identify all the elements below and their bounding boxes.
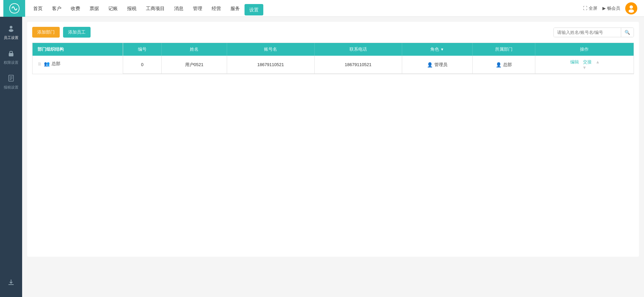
nav-home[interactable]: 首页 <box>29 0 47 17</box>
cell-account: 18679110521 <box>227 56 314 74</box>
fullscreen-label: 全屏 <box>589 5 597 11</box>
handover-link[interactable]: 交接 <box>583 59 592 64</box>
member-btn[interactable]: ▶ 畅会员 <box>602 5 620 11</box>
svg-rect-4 <box>9 53 13 56</box>
col-action: 操作 <box>535 43 634 56</box>
sidebar-download[interactable] <box>0 274 22 294</box>
download-icon <box>7 279 15 288</box>
top-nav: 首页 客户 收费 票据 记账 报税 工商项目 消息 管理 经营 服务 设置 ⛶ … <box>0 0 644 17</box>
search-box: 🔍 <box>553 28 634 37</box>
sidebar-employee-label: 员工设置 <box>4 35 18 40</box>
sidebar-item-tax[interactable]: 报税设置 <box>0 70 22 95</box>
nav-bookkeeping[interactable]: 记账 <box>104 0 122 17</box>
nav-manage[interactable]: 管理 <box>188 0 207 17</box>
table-panel: 编号 姓名 账号名 联系电话 角色 ▼ 所属部门 操作 <box>123 43 634 74</box>
main-content: 添加部门 添加员工 🔍 部门组织结构 🗎 👥 <box>22 17 644 297</box>
sidebar: 员工设置 权限设置 报税设置 <box>0 17 22 297</box>
tree-item-headquarters[interactable]: 🗎 👥 总部 <box>36 59 119 68</box>
report-icon <box>8 75 14 84</box>
member-label: 畅会员 <box>607 5 620 11</box>
search-input[interactable] <box>554 28 621 37</box>
col-name: 姓名 <box>162 43 227 56</box>
employee-table: 编号 姓名 账号名 联系电话 角色 ▼ 所属部门 操作 <box>123 43 634 74</box>
fullscreen-icon: ⛶ <box>583 6 587 11</box>
role-label: 角色 <box>430 47 439 52</box>
dept-value: 总部 <box>503 62 512 68</box>
cell-name: 用户0521 <box>162 56 227 74</box>
svg-point-3 <box>9 29 13 32</box>
nav-ticket[interactable]: 票据 <box>85 0 104 17</box>
col-role[interactable]: 角色 ▼ <box>402 43 473 56</box>
tree-panel: 部门组织结构 🗎 👥 总部 <box>33 43 123 74</box>
body-area: 部门组织结构 🗎 👥 总部 编号 <box>32 43 634 74</box>
svg-rect-9 <box>8 284 14 285</box>
nav-service[interactable]: 服务 <box>226 0 245 17</box>
nav-message[interactable]: 消息 <box>169 0 188 17</box>
tree-header: 部门组织结构 <box>33 43 123 56</box>
edit-link[interactable]: 编辑 <box>570 59 579 64</box>
add-emp-button[interactable]: 添加员工 <box>63 27 91 38</box>
member-icon: ▶ <box>602 6 606 11</box>
col-phone: 联系电话 <box>314 43 402 56</box>
lock-icon <box>8 50 14 59</box>
cell-actions: 编辑 交接 ▲▼ <box>535 56 634 74</box>
nav-settings[interactable]: 设置 <box>245 4 263 15</box>
filter-icon: ▼ <box>440 47 444 51</box>
sidebar-item-permission[interactable]: 权限设置 <box>0 45 22 70</box>
file-icon: 🗎 <box>38 61 42 66</box>
fullscreen-btn[interactable]: ⛶ 全屏 <box>583 5 597 11</box>
avatar[interactable] <box>625 2 637 14</box>
nav-tax[interactable]: 报税 <box>122 0 141 17</box>
toolbar: 添加部门 添加员工 🔍 <box>32 27 634 38</box>
tree-body: 🗎 👥 总部 <box>33 56 123 72</box>
search-button[interactable]: 🔍 <box>621 28 634 37</box>
svg-point-1 <box>629 9 634 13</box>
nav-business[interactable]: 工商项目 <box>141 0 169 17</box>
col-account: 账号名 <box>227 43 314 56</box>
cell-role: 👤 管理员 <box>402 56 473 74</box>
nav-operation[interactable]: 经营 <box>207 0 226 17</box>
svg-point-0 <box>630 5 633 9</box>
sidebar-item-employee[interactable]: 员工设置 <box>0 20 22 45</box>
content-card: 添加部门 添加员工 🔍 部门组织结构 🗎 👥 <box>27 22 639 257</box>
cell-id: 0 <box>123 56 162 74</box>
nav-right: ⛶ 全屏 ▶ 畅会员 <box>583 2 641 14</box>
add-dept-button[interactable]: 添加部门 <box>32 27 60 38</box>
col-id: 编号 <box>123 43 162 56</box>
sidebar-tax-label: 报税设置 <box>4 85 18 90</box>
table-row: 0 用户0521 18679110521 18679110521 👤 管理员 <box>123 56 634 74</box>
main-layout: 员工设置 权限设置 报税设置 <box>0 17 644 297</box>
table-header-row: 编号 姓名 账号名 联系电话 角色 ▼ 所属部门 操作 <box>123 43 634 56</box>
cell-dept: 👤 总部 <box>473 56 535 74</box>
role-value: 管理员 <box>434 62 447 68</box>
nav-customer[interactable]: 客户 <box>47 0 66 17</box>
cell-phone: 18679110521 <box>314 56 402 74</box>
col-dept: 所属部门 <box>473 43 535 56</box>
main-nav: 首页 客户 收费 票据 记账 报税 工商项目 消息 管理 经营 服务 设置 <box>25 0 583 17</box>
nav-fee[interactable]: 收费 <box>66 0 85 17</box>
dept-user-icon: 👤 <box>496 62 501 67</box>
svg-point-2 <box>10 26 12 29</box>
role-user-icon: 👤 <box>427 62 433 67</box>
search-icon: 🔍 <box>625 30 630 35</box>
logo <box>3 0 25 17</box>
user-group-icon: 👥 <box>44 61 50 66</box>
person-icon <box>7 25 15 34</box>
tree-item-label: 总部 <box>52 61 60 67</box>
sidebar-permission-label: 权限设置 <box>4 60 18 65</box>
